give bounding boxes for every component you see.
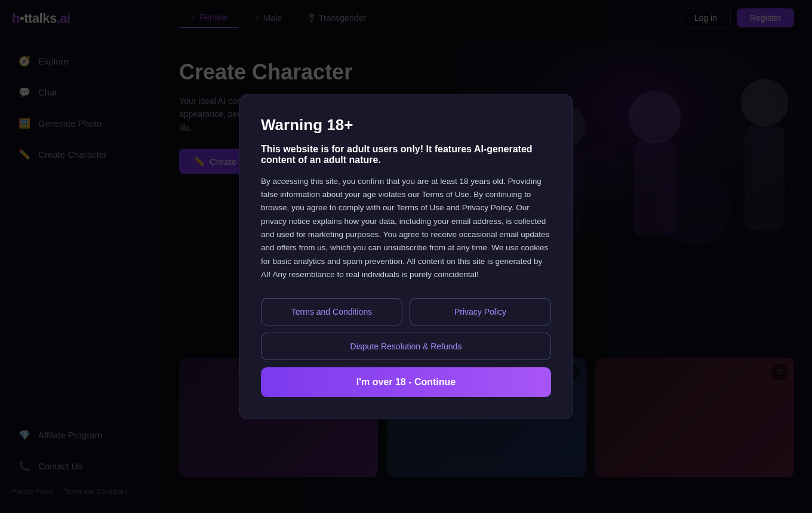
terms-conditions-button[interactable]: Terms and Conditions bbox=[261, 298, 402, 325]
warning-modal: Warning 18+ This website is for adult us… bbox=[239, 94, 573, 419]
confirm-age-button[interactable]: I'm over 18 - Continue bbox=[261, 367, 551, 397]
dispute-resolution-button[interactable]: Dispute Resolution & Refunds bbox=[261, 333, 551, 360]
modal-body: By accessing this site, you confirm that… bbox=[261, 175, 551, 281]
privacy-policy-button[interactable]: Privacy Policy bbox=[410, 298, 551, 325]
modal-links-row: Terms and Conditions Privacy Policy bbox=[261, 298, 551, 325]
modal-overlay: Warning 18+ This website is for adult us… bbox=[0, 0, 812, 513]
modal-title: Warning 18+ bbox=[261, 116, 551, 134]
modal-subtitle: This website is for adult users only! It… bbox=[261, 144, 551, 165]
